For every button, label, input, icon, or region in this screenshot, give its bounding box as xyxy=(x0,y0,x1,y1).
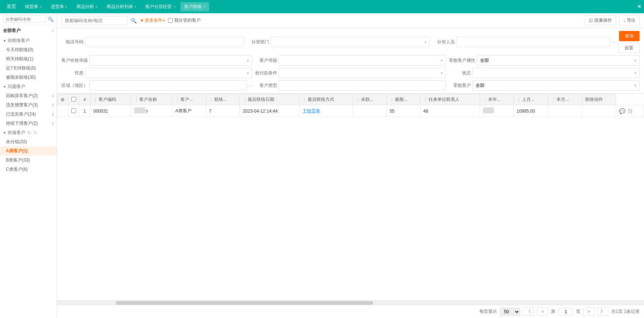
sidebar-section-value[interactable]: ▼ 价值客户 ↻ ✎ xyxy=(0,128,57,137)
close-icon[interactable]: × xyxy=(135,5,137,9)
filter-row-3: 性质 ▾ 收付款条件 ▾ 状态 xyxy=(61,68,640,78)
chat-icon[interactable]: 💬 xyxy=(619,108,625,114)
nav-tab-customer-contact[interactable]: 客户联络 × xyxy=(180,2,209,11)
contact-type-link[interactable]: 下销货单 xyxy=(303,108,320,113)
search-icon[interactable]: 🔍 xyxy=(48,17,54,22)
edit-icon[interactable]: ✎ xyxy=(33,130,37,135)
sidebar-item-class-b[interactable]: B类客户(33) xyxy=(0,156,57,165)
close-icon[interactable]: × xyxy=(203,5,205,9)
content-area: 🔍 ▼ 更多条件 ▾ 我分管的客户 ☑ 批量操作 ↓ 导出 xyxy=(57,13,644,318)
region-input[interactable] xyxy=(89,80,247,91)
phone-input[interactable] xyxy=(85,37,244,47)
sidebar-section-pending[interactable]: ▼ 待联络客户 xyxy=(0,36,57,45)
nav-tab-goods-list[interactable]: 商品分析列表 × xyxy=(103,2,140,11)
per-page-select[interactable]: 50 100 200 xyxy=(500,308,520,316)
batch-op-button[interactable]: ☑ 批量操作 xyxy=(585,15,616,25)
settings-icon[interactable]: ⚙ xyxy=(61,97,65,102)
next-page-button[interactable]: ＞ xyxy=(583,307,594,316)
prev-page-button[interactable]: ＜ xyxy=(537,307,548,316)
td-code: 000031 xyxy=(90,105,131,117)
customer-type-input[interactable] xyxy=(279,80,446,91)
close-icon[interactable]: × xyxy=(173,5,175,9)
payment-select[interactable]: ▾ xyxy=(279,68,446,78)
more-icon[interactable]: ··· xyxy=(612,39,615,45)
sidebar-all-customers[interactable]: 全部客户 ⟨ xyxy=(0,25,57,36)
settings-button[interactable]: 设置 xyxy=(618,43,640,53)
link-icon[interactable]: ⛓ xyxy=(627,108,633,114)
horizontal-scrollbar[interactable] xyxy=(57,300,644,305)
page-input[interactable] xyxy=(558,308,573,315)
row-checkbox[interactable] xyxy=(71,108,76,113)
sidebar-item-class-c[interactable]: C类客户(6) xyxy=(0,165,57,174)
filter-row-1: 电话号码 分管部门 ▾ 分管人员 ··· 查询 设置 xyxy=(61,31,640,53)
th-name: ⋮客户名称 xyxy=(131,94,172,105)
sidebar-item-churned[interactable]: 已流失客户(24) ℹ xyxy=(0,110,57,119)
export-icon: ↓ xyxy=(623,18,625,23)
nav-tab-purchase[interactable]: 进货单 × xyxy=(47,2,71,11)
scrollbar-thumb[interactable] xyxy=(116,301,373,305)
query-button[interactable]: 查询 xyxy=(619,31,640,41)
my-customers-check[interactable] xyxy=(168,18,173,23)
th-settings[interactable]: ⚙ xyxy=(57,94,68,105)
drag-handle: ⋮ xyxy=(303,97,307,102)
nav-tab-customer-tier[interactable]: 客户分层经营 × xyxy=(142,2,179,11)
nav-tab-sales[interactable]: 销货单 × xyxy=(21,2,46,11)
close-icon[interactable]: × xyxy=(65,5,68,9)
more-icon[interactable]: ··· xyxy=(248,83,252,88)
filter-row-2: 客户价格等级 ▾ 客户等级 ▾ 零散客户属性 全部 xyxy=(61,55,640,66)
filter-icon: ▼ xyxy=(140,18,144,23)
filter-field-customer-level: 客户等级 ▾ xyxy=(255,55,446,66)
first-page-button[interactable]: 《 xyxy=(523,307,534,316)
dept-select[interactable]: ▾ xyxy=(271,37,430,47)
table-area: ⚙ # ⋮客户编码 ⋮客户名称 ⋮客户... xyxy=(57,94,644,300)
collapse-icon[interactable]: ⟨ xyxy=(52,29,54,33)
sidebar-item-unclassified[interactable]: 未分组(32) xyxy=(0,137,57,146)
more-filters-button[interactable]: ▼ 更多条件 ▾ xyxy=(140,17,165,24)
nav-tab-goods-analysis[interactable]: 商品分析 × xyxy=(73,2,101,11)
sidebar-search-input[interactable] xyxy=(3,15,46,23)
price-level-select[interactable]: ▾ xyxy=(89,55,252,66)
total-label: 共1页 1条记录 xyxy=(611,308,640,315)
td-overdue2: 48 xyxy=(420,105,480,117)
sidebar-item-repurchase-abnormal[interactable]: 回购异常客户(2) ℹ xyxy=(0,91,57,100)
my-customers-checkbox[interactable]: 我分管的客户 xyxy=(168,17,201,24)
sidebar-item-churn-warning[interactable]: 流失预警客户(3) ℹ xyxy=(0,100,57,110)
sidebar-item-overdue-pending[interactable]: 逾期未联络(30) xyxy=(0,73,57,82)
th-last-month: ⋮上月... xyxy=(514,94,548,105)
th-this-month: ⋮本月... xyxy=(548,94,582,105)
close-icon[interactable]: × xyxy=(96,5,98,9)
search-input[interactable] xyxy=(61,16,128,25)
th-overdue: ⋮逾期... xyxy=(386,94,420,105)
td-type: A类客户 xyxy=(172,105,206,117)
refresh-icon[interactable]: ↻ xyxy=(28,130,31,135)
close-icon[interactable]: × xyxy=(40,5,42,9)
chevron-down-icon: ▾ xyxy=(634,71,636,75)
sidebar-item-7days-pending[interactable]: 近7天待联络(0) xyxy=(0,64,57,73)
sidebar-item-declining[interactable]: 持续下滑客户(2) ℹ xyxy=(0,119,57,128)
th-code: ⋮客户编码 xyxy=(90,94,131,105)
td-actions: 💬 ⛓ xyxy=(616,105,644,117)
sidebar-section-problem[interactable]: ▼ 问题客户 xyxy=(0,82,57,91)
chevron-down-icon: ▾ xyxy=(634,59,636,63)
td-name: ? xyxy=(131,105,172,117)
filter-field-status: 状态 ▾ xyxy=(449,68,640,78)
sidebar-item-tomorrow-pending[interactable]: 明天待联络(1) xyxy=(0,54,57,64)
action-icons: 💬 ⛓ xyxy=(619,108,641,114)
th-last-contact-date: ⋮最后联络日期 xyxy=(240,94,299,105)
th-checkbox xyxy=(68,94,79,105)
customer-level-select[interactable]: ▾ xyxy=(279,55,446,66)
status-select[interactable]: ▾ xyxy=(472,68,640,78)
nature-select[interactable]: ▾ xyxy=(85,68,252,78)
sidebar-item-today-pending[interactable]: 今天待联络(0) xyxy=(0,45,57,54)
last-page-button[interactable]: 》 xyxy=(597,307,608,316)
retail-attr-select[interactable]: 全部 ▾ xyxy=(477,55,640,66)
close-all-button[interactable]: × xyxy=(638,3,641,10)
search-button[interactable]: 🔍 xyxy=(130,18,137,24)
person-input[interactable] xyxy=(456,37,610,47)
export-button[interactable]: ↓ 导出 xyxy=(619,15,640,25)
select-all-checkbox[interactable] xyxy=(71,97,76,102)
chevron-down-icon: ▾ xyxy=(425,40,426,44)
retail-customer-select[interactable]: 全部 ▾ xyxy=(472,80,640,91)
nav-tab-home[interactable]: 首页 xyxy=(3,2,20,11)
sidebar-item-class-a[interactable]: A类客户(1) xyxy=(0,146,57,156)
